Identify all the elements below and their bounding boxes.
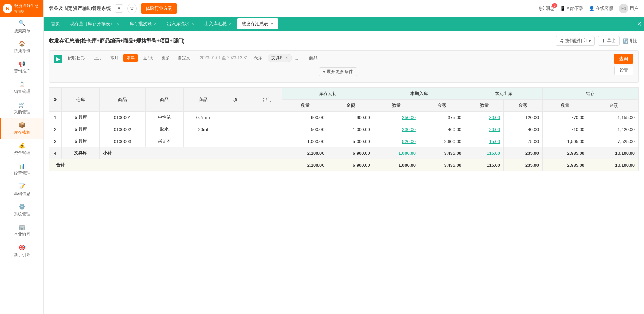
warehouse-more-btn[interactable]: ... [295,56,298,61]
sub-in-amt: 3,435.00 [419,147,465,159]
row-spec: 0.7mm [184,112,222,123]
sidebar-item-quick-nav[interactable]: 🏠 快捷导航 [0,37,43,57]
sidebar-item-system-label: 系统管理 [14,211,30,217]
tab-stock-dist-close[interactable]: ✕ [116,22,119,26]
message-btn[interactable]: 💬 消息 6 [539,5,555,12]
sidebar-item-sales[interactable]: 📋 销售管理 [0,78,43,98]
total-out-amt: 235.00 [503,159,542,171]
online-service-btn[interactable]: 👤 在线客服 [589,5,613,12]
tab-inout-summary-close[interactable]: ✕ [229,22,232,26]
table-settings-col[interactable]: ⚙ [49,88,62,112]
operations-icon: 📊 [19,163,26,169]
warehouse-tag-close[interactable]: ✕ [285,56,288,60]
inventory-icon: 📦 [19,122,26,128]
tab-inout-flow-close[interactable]: ✕ [191,22,194,26]
row-out-qty: 15.00 [465,135,504,147]
sub-out-qty-link[interactable]: 115.00 [486,151,500,156]
warehouse-label: 仓库 [253,55,262,61]
filter-bar: ▶ 记账日期 上月 本月 本年 近7天 更多 自定义 2023-01-01 至 … [49,50,639,83]
row-bal-qty: 710.00 [542,123,588,135]
tab-stock-dist[interactable]: 现存量（库存分布表） ✕ [65,18,124,29]
main-area: 装备及固定资产辅助管理系统 ▾ ⚙ 体验行业方案 💬 消息 6 📱 App下载 … [44,0,644,314]
row-warehouse: 文具库 [62,112,100,123]
sidebar-item-inventory[interactable]: 📦 库存核算 [0,118,43,139]
tab-recv-send-label: 收发存汇总表 [242,21,268,27]
topbar-left: 装备及固定资产辅助管理系统 ▾ ⚙ 体验行业方案 [49,3,177,14]
date-btn-7days[interactable]: 近7天 [140,54,156,62]
date-btn-last-month[interactable]: 上月 [91,54,105,62]
warehouse-tag[interactable]: 文具库 ✕ [268,54,292,62]
in-qty-link[interactable]: 230.00 [402,127,416,132]
tab-batch[interactable]: 库存批次账 ✕ [125,18,162,29]
sidebar-item-guide[interactable]: 🎯 新手引导 [0,241,43,261]
trial-btn[interactable]: 体验行业方案 [141,3,177,14]
in-qty-link[interactable]: 250.00 [402,115,416,120]
date-btn-more[interactable]: 更多 [159,54,173,62]
guide-icon: 🎯 [19,244,26,251]
sales-icon: 📋 [19,81,26,87]
date-btn-custom[interactable]: 自定义 [175,54,193,62]
goods-more-btn[interactable]: ... [323,56,327,61]
out-qty-link[interactable]: 80.00 [489,115,500,120]
user-btn[interactable]: Ea 用户 [619,4,639,13]
filter-toggle-btn[interactable]: ▶ [54,55,62,63]
sidebar-item-operations[interactable]: 📊 经营管理 [0,159,43,180]
table-row: 3 文具库 0100003 采访本 1,000.00 5,000.00 520.… [49,135,639,147]
sidebar-item-marketing-label: 营销推广 [14,68,30,74]
th-in-amt: 金额 [419,100,465,112]
sidebar-item-marketing[interactable]: 📢 营销推广 [0,57,43,78]
tab-inout-flow-label: 出入库流水 [167,21,189,27]
query-btn[interactable]: 查询 [614,54,633,64]
th-name: 商品 [145,88,183,112]
row-project [222,123,252,135]
out-qty-link[interactable]: 20.00 [489,127,500,132]
settings-btn[interactable]: ⚙ [127,4,137,13]
row-init-amt: 5,000.00 [328,135,374,147]
mobile-icon: 📱 [560,6,565,11]
enterprise-icon: 🏢 [19,224,26,230]
goods-label: 商品 [309,55,318,61]
row-out-qty: 20.00 [465,123,504,135]
tab-batch-close[interactable]: ✕ [154,22,157,26]
th-balance: 结存 [542,88,638,100]
date-btn-this-year[interactable]: 本年 [123,54,138,62]
tab-home[interactable]: 首页 [46,18,65,29]
print-icon: 🖨 [559,38,564,44]
system-dropdown-btn[interactable]: ▾ [115,4,123,13]
sidebar-item-basic-info[interactable]: 📝 基础信息 [0,180,43,200]
in-qty-link[interactable]: 520.00 [402,139,416,144]
tab-inout-summary[interactable]: 出入库汇总 ✕ [200,18,236,29]
date-range-display: 2023-01-01 至 2023-12-31 [200,55,248,61]
tabbar-close-all-btn[interactable]: ✕ [637,21,641,27]
sidebar-item-finance[interactable]: 💰 资金管理 [0,139,43,159]
print-btn[interactable]: 🖨 拨销版打印 ▾ [556,36,595,46]
filter-settings-btn[interactable]: 设置 [614,66,633,75]
app-download-btn[interactable]: 📱 App下载 [560,5,583,12]
sub-init-amt: 6,900.00 [328,147,374,159]
sidebar-item-operations-label: 经营管理 [14,170,30,176]
sidebar-item-purchase[interactable]: 🛒 采购管理 [0,98,43,118]
sidebar: 6 畅捷通好生意 标准版 🔍 搜索菜单 🏠 快捷导航 📢 营销推广 📋 销售管理… [0,0,44,314]
th-bal-qty: 数量 [542,100,588,112]
row-code: 0100001 [100,112,145,123]
sidebar-item-guide-label: 新手引导 [14,252,30,258]
filter-warehouse: 文具库 ✕ ... [268,54,298,62]
sidebar-item-system[interactable]: ⚙️ 系统管理 [0,200,43,220]
tab-recv-send-close[interactable]: ✕ [270,22,274,26]
sidebar-item-basic-info-label: 基础信息 [14,191,30,197]
row-name: 胶水 [145,123,183,135]
sidebar-item-enterprise[interactable]: 🏢 企业协同 [0,220,43,241]
tab-inout-flow[interactable]: 出入库流水 ✕ [162,18,199,29]
sidebar-item-search[interactable]: 🔍 搜索菜单 [0,17,43,37]
out-qty-link[interactable]: 15.00 [489,139,500,144]
total-in-amt: 3,435.00 [419,159,465,171]
date-btn-this-month[interactable]: 本月 [107,54,121,62]
refresh-btn[interactable]: 🔄 刷新 [623,38,639,44]
expand-conditions-btn[interactable]: ▾ 展开更多条件 [319,67,357,76]
export-btn[interactable]: ⬇ 导出 [598,36,620,46]
tab-recv-send[interactable]: 收发存汇总表 ✕ [237,18,278,29]
sub-in-qty-link[interactable]: 1,000.00 [398,151,416,156]
logo-icon: 6 [3,4,12,13]
purchase-icon: 🛒 [19,101,26,108]
th-out-stock: 本期出库 [465,88,543,100]
